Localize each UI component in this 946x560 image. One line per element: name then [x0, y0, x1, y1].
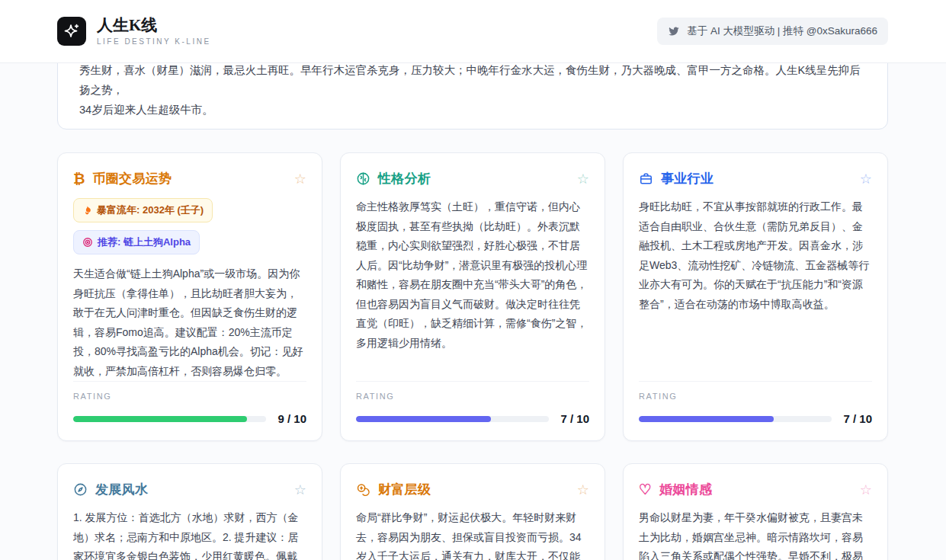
- rating-row: 7 / 10: [356, 412, 589, 425]
- card-header: 财富层级 ☆: [356, 481, 589, 498]
- twitter-badge-label: 基于 AI 大模型驱动 | 推特 @0xSakura666: [687, 24, 877, 38]
- card-header: 性格分析 ☆: [356, 170, 589, 187]
- rating-section: RATING 7 / 10: [356, 381, 589, 425]
- app-header: 人生K线 LIFE DESTINY K-LINE 基于 AI 大模型驱动 | 推…: [0, 0, 946, 63]
- compass-icon: [73, 482, 88, 497]
- card-body-text: 1. 发展方位：首选北方（水地）求财，西方（金地）求名；忌南方和中原地区。2. …: [73, 508, 306, 560]
- rating-bar-track: [356, 416, 549, 422]
- bitcoin-icon: ₿: [73, 171, 85, 186]
- favorite-star-icon[interactable]: ☆: [860, 172, 872, 186]
- app-title: 人生K线: [97, 17, 211, 34]
- card-body-text: 命主性格敦厚笃实（土旺），重信守诺，但内心极度固执，甚至有些执拗（比劫旺）。外表…: [356, 197, 589, 381]
- rating-row: 9 / 10: [73, 412, 306, 425]
- favorite-star-icon[interactable]: ☆: [294, 483, 306, 497]
- rating-label: RATING: [639, 392, 872, 401]
- rating-bar-fill: [356, 416, 491, 422]
- app-subtitle: LIFE DESTINY K-LINE: [97, 37, 211, 46]
- recommend-label: 推荐: 链上土狗Alpha: [98, 235, 191, 249]
- rating-score: 7 / 10: [843, 412, 872, 425]
- favorite-star-icon[interactable]: ☆: [860, 483, 872, 497]
- wealth-year-label: 暴富流年: 2032年 (壬子): [97, 203, 204, 217]
- summary-line-1: 秀生财，喜水（财星）滋润，最忌火土再旺。早年行木运官杀克身，压力较大；中晚年行金…: [79, 60, 866, 100]
- twitter-badge[interactable]: 基于 AI 大模型驱动 | 推特 @0xSakura666: [657, 18, 888, 45]
- card-body-text: 天生适合做“链上土狗Alpha”或一级市场。因为你身旺抗压（拿得住单），且比劫旺…: [73, 264, 306, 381]
- brand: 人生K线 LIFE DESTINY K-LINE: [57, 17, 211, 46]
- rating-label: RATING: [356, 392, 589, 401]
- heart-icon: ♡: [639, 482, 652, 497]
- briefcase-icon: [639, 171, 653, 186]
- recommend-badge: 推荐: 链上土狗Alpha: [73, 230, 200, 254]
- card-title: 币圈交易运势: [92, 170, 172, 187]
- rating-label: RATING: [73, 392, 306, 401]
- card-title: 发展风水: [95, 481, 148, 498]
- rating-bar-fill: [639, 416, 774, 422]
- card-wealth-level: 财富层级 ☆ 命局“群比争财”，财运起伏极大。年轻时财来财去，容易因为朋友、担保…: [340, 463, 605, 560]
- card-body-text: 男命以财星为妻，年干癸水偏财被克，且妻宫未土为比劫，婚姻宫坐忌神。暗示情路坎坷，…: [639, 508, 872, 560]
- card-title: 性格分析: [378, 170, 431, 187]
- card-career: 事业行业 ☆ 身旺比劫旺，不宜从事按部就班的行政工作。最适合自由职业、合伙生意（…: [623, 152, 888, 441]
- rating-bar-fill: [73, 416, 247, 422]
- main-content: 秀生财，喜水（财星）滋润，最忌火土再旺。早年行木运官杀克身，压力较大；中晚年行金…: [0, 43, 946, 560]
- rating-section: RATING 9 / 10: [73, 381, 306, 425]
- card-body-text: 命局“群比争财”，财运起伏极大。年轻时财来财去，容易因为朋友、担保或盲目投资而亏…: [356, 508, 589, 560]
- rating-section: RATING 7 / 10: [639, 381, 872, 425]
- card-header: 发展风水 ☆: [73, 481, 306, 498]
- analysis-cards-grid: ₿ 币圈交易运势 ☆ 暴富流年: 2032年 (壬子) 推荐: 链上土狗Alph…: [57, 152, 888, 560]
- card-crypto-trading: ₿ 币圈交易运势 ☆ 暴富流年: 2032年 (壬子) 推荐: 链上土狗Alph…: [57, 152, 322, 441]
- sparkle-icon: [63, 22, 81, 40]
- favorite-star-icon[interactable]: ☆: [577, 483, 589, 497]
- card-header: ₿ 币圈交易运势 ☆: [73, 170, 306, 187]
- favorite-star-icon[interactable]: ☆: [577, 172, 589, 186]
- app-logo: [57, 17, 86, 46]
- card-marriage: ♡ 婚姻情感 ☆ 男命以财星为妻，年干癸水偏财被克，且妻宫未土为比劫，婚姻宫坐忌…: [623, 463, 888, 560]
- twitter-bird-icon: [668, 25, 680, 37]
- card-title: 财富层级: [378, 481, 431, 498]
- rating-score: 9 / 10: [277, 412, 306, 425]
- rating-score: 7 / 10: [560, 412, 589, 425]
- card-personality: 性格分析 ☆ 命主性格敦厚笃实（土旺），重信守诺，但内心极度固执，甚至有些执拗（…: [340, 152, 605, 441]
- brain-icon: [356, 171, 370, 186]
- card-body-text: 身旺比劫旺，不宜从事按部就班的行政工作。最适合自由职业、合伙生意（需防兄弟反目）…: [639, 197, 872, 381]
- card-header: ♡ 婚姻情感 ☆: [639, 481, 872, 498]
- coins-icon: [356, 482, 370, 497]
- card-header: 事业行业 ☆: [639, 170, 872, 187]
- rating-bar-track: [73, 416, 266, 422]
- card-fengshui: 发展风水 ☆ 1. 发展方位：首选北方（水地）求财，西方（金地）求名；忌南方和中…: [57, 463, 322, 560]
- flame-icon: [82, 205, 92, 216]
- card-title: 事业行业: [661, 170, 714, 187]
- favorite-star-icon[interactable]: ☆: [294, 172, 306, 186]
- target-icon: [82, 237, 93, 248]
- wealth-year-badge: 暴富流年: 2032年 (壬子): [73, 198, 213, 222]
- rating-row: 7 / 10: [639, 412, 872, 425]
- badge-row: 暴富流年: 2032年 (壬子) 推荐: 链上土狗Alpha: [73, 198, 306, 254]
- rating-bar-track: [639, 416, 832, 422]
- brand-text: 人生K线 LIFE DESTINY K-LINE: [97, 17, 211, 45]
- card-title: 婚姻情感: [659, 481, 712, 498]
- summary-line-2: 34岁后迎来人生超级牛市。: [79, 100, 866, 120]
